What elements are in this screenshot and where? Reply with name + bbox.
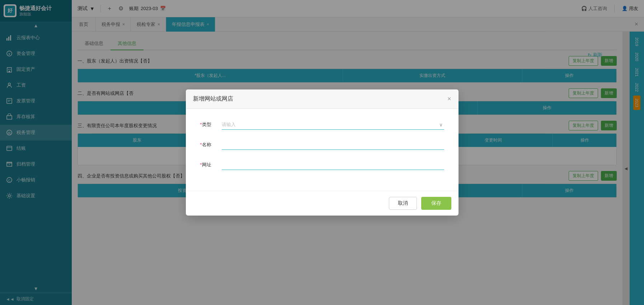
modal-header: 新增网站或网店 × — [186, 89, 459, 109]
modal-footer: 取消 保存 — [186, 191, 459, 216]
save-button[interactable]: 保存 — [421, 197, 451, 210]
form-field-type: *类型 ∨ — [200, 120, 444, 130]
required-star-url: * — [200, 162, 202, 167]
form-label-name: *名称 — [200, 142, 222, 148]
form-field-url: *网址 — [200, 160, 444, 170]
required-star-name: * — [200, 142, 202, 147]
name-input-wrap — [222, 140, 444, 150]
type-input[interactable] — [222, 120, 444, 129]
cancel-button[interactable]: 取消 — [389, 197, 417, 210]
dropdown-arrow-icon: ∨ — [439, 122, 443, 128]
modal-close-button[interactable]: × — [447, 95, 451, 103]
modal-title: 新增网站或网店 — [193, 95, 233, 103]
form-label-url: *网址 — [200, 162, 222, 168]
type-input-wrap: ∨ — [222, 120, 444, 130]
add-website-modal: 新增网站或网店 × *类型 ∨ *名称 — [186, 89, 459, 216]
url-input-wrap — [222, 160, 444, 170]
modal-body: *类型 ∨ *名称 *网址 — [186, 109, 459, 191]
form-field-name: *名称 — [200, 140, 444, 150]
required-star-type: * — [200, 122, 202, 127]
name-input[interactable] — [222, 140, 444, 149]
form-label-type: *类型 — [200, 121, 222, 128]
url-input[interactable] — [222, 160, 444, 170]
modal-overlay: 新增网站或网店 × *类型 ∨ *名称 — [0, 0, 644, 305]
